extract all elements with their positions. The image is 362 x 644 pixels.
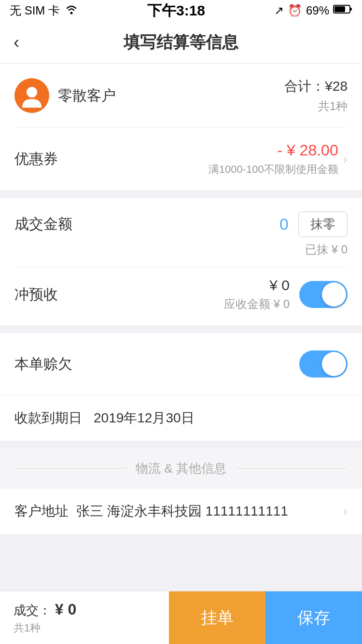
battery-text: 69% xyxy=(306,4,329,17)
amount-row: 成交金额 0 抹零 xyxy=(14,198,348,242)
address-label: 客户地址 xyxy=(14,502,69,520)
charge-row: 冲预收 ¥ 0 应收金额 ¥ 0 xyxy=(14,267,348,325)
charge-section: 冲预收 ¥ 0 应收金额 ¥ 0 xyxy=(0,267,362,325)
customer-left: 零散客户 xyxy=(14,78,116,113)
customer-card: 零散客户 合计：¥28 共1种 优惠券 - ¥ 28.00 满1000-100不… xyxy=(0,64,362,190)
customer-count: 共1种 xyxy=(284,98,348,114)
charge-sub: 应收金额 ¥ 0 xyxy=(224,296,290,312)
coupon-label: 优惠券 xyxy=(14,149,58,169)
duedate-row: 收款到期日 2019年12月30日 xyxy=(0,395,362,441)
debt-row: 本单赊欠 xyxy=(0,333,362,395)
content-area: 零散客户 合计：¥28 共1种 优惠券 - ¥ 28.00 满1000-100不… xyxy=(0,64,362,619)
svg-point-4 xyxy=(27,87,37,98)
svg-rect-2 xyxy=(334,6,345,12)
duedate-label: 收款到期日 xyxy=(14,409,82,427)
battery-icon xyxy=(333,4,352,17)
status-right: ↗ ⏰ 69% xyxy=(274,4,352,17)
coupon-right: - ¥ 28.00 满1000-100不限制使用金额 › xyxy=(209,141,348,177)
coupon-chevron-icon: › xyxy=(343,152,348,167)
debt-toggle[interactable] xyxy=(299,350,348,378)
save-button[interactable]: 保存 xyxy=(265,591,362,644)
logistics-line-left xyxy=(14,468,126,469)
debt-toggle-knob xyxy=(322,352,346,376)
status-bar: 无 SIM 卡 下午3:18 ↗ ⏰ 69% xyxy=(0,0,362,21)
page-title: 填写结算等信息 xyxy=(124,31,238,54)
bottom-bar: 成交： ¥ 0 共1种 挂单 保存 xyxy=(0,591,362,644)
address-row[interactable]: 客户地址 张三 海淀永丰科技园 11111111111 › xyxy=(0,489,362,534)
wifi-icon xyxy=(65,4,78,17)
amount-label: 成交金额 xyxy=(14,214,72,234)
bottom-deal-amount: ¥ 0 xyxy=(55,601,76,618)
coupon-desc: 满1000-100不限制使用金额 xyxy=(209,162,338,177)
amount-value[interactable]: 0 xyxy=(279,215,289,234)
amount-sub: 已抹 ¥ 0 xyxy=(14,242,348,267)
toggle-knob xyxy=(322,282,346,307)
charge-amount-block: ¥ 0 应收金额 ¥ 0 xyxy=(224,277,290,312)
customer-right: 合计：¥28 共1种 xyxy=(284,77,348,114)
nav-bar: ‹ 填写结算等信息 xyxy=(0,21,362,64)
amount-right: 0 抹零 xyxy=(279,211,348,237)
hang-button[interactable]: 挂单 xyxy=(169,591,265,644)
logistics-label: 物流 & 其他信息 xyxy=(136,460,226,477)
no-sim-text: 无 SIM 卡 xyxy=(10,3,60,18)
duedate-value: 2019年12月30日 xyxy=(94,409,195,427)
svg-rect-3 xyxy=(350,8,352,11)
amount-section: 成交金额 0 抹零 已抹 ¥ 0 xyxy=(0,198,362,267)
status-left: 无 SIM 卡 xyxy=(10,3,78,18)
customer-avatar xyxy=(14,78,49,113)
alarm-icon: ⏰ xyxy=(288,4,302,17)
address-card: 客户地址 张三 海淀永丰科技园 11111111111 › xyxy=(0,489,362,534)
coupon-detail: - ¥ 28.00 满1000-100不限制使用金额 xyxy=(209,141,338,177)
location-icon: ↗ xyxy=(274,4,284,17)
status-time: 下午3:18 xyxy=(147,1,205,21)
bottom-info: 成交： ¥ 0 共1种 xyxy=(0,591,169,644)
customer-row: 零散客户 合计：¥28 共1种 xyxy=(0,64,362,127)
bottom-deal-row: 成交： ¥ 0 xyxy=(14,601,155,619)
svg-point-0 xyxy=(70,12,73,14)
debt-label: 本单赊欠 xyxy=(14,354,72,374)
address-chevron-icon: › xyxy=(343,504,348,519)
round-button[interactable]: 抹零 xyxy=(298,211,348,237)
bottom-count: 共1种 xyxy=(14,621,155,635)
charge-toggle[interactable] xyxy=(299,281,348,308)
amount-card: 成交金额 0 抹零 已抹 ¥ 0 冲预收 ¥ 0 应收金额 ¥ 0 xyxy=(0,198,362,325)
customer-name: 零散客户 xyxy=(58,86,116,106)
bottom-deal-label: 成交： xyxy=(14,603,51,617)
customer-total: 合计：¥28 xyxy=(284,77,348,96)
back-button[interactable]: ‹ xyxy=(14,32,19,53)
coupon-row[interactable]: 优惠券 - ¥ 28.00 满1000-100不限制使用金额 › xyxy=(0,128,362,190)
charge-label: 冲预收 xyxy=(14,285,58,305)
logistics-divider: 物流 & 其他信息 xyxy=(0,448,362,489)
charge-amount: ¥ 0 xyxy=(224,277,290,294)
address-value: 张三 海淀永丰科技园 11111111111 xyxy=(76,502,335,520)
coupon-amount: - ¥ 28.00 xyxy=(209,141,338,159)
debt-card: 本单赊欠 收款到期日 2019年12月30日 xyxy=(0,333,362,441)
logistics-line-right xyxy=(236,468,348,469)
charge-right: ¥ 0 应收金额 ¥ 0 xyxy=(224,277,348,312)
